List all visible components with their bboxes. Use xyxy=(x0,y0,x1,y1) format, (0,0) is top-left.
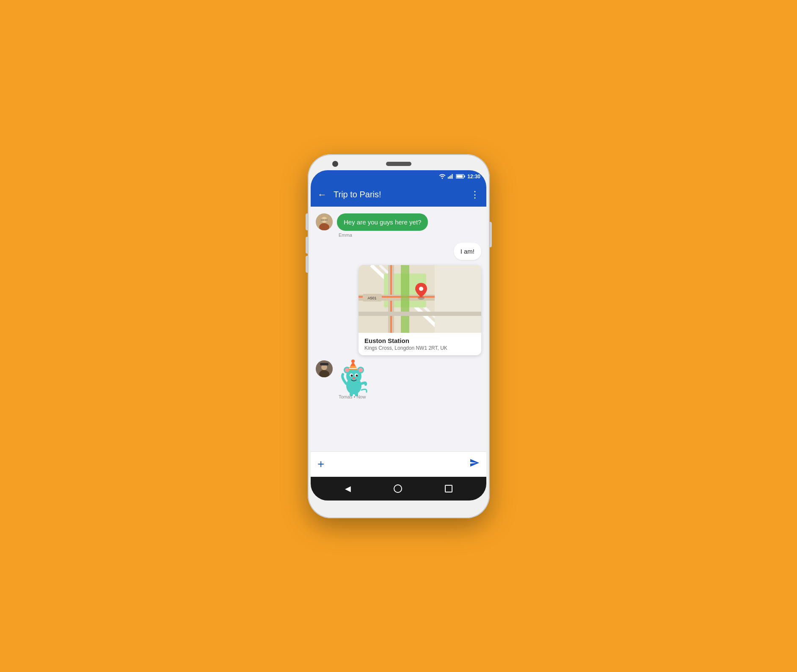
tomas-sticker xyxy=(337,360,371,394)
chat-area: Hey are you guys here yet? Emma I am! xyxy=(311,207,486,451)
more-options-button[interactable]: ⋮ xyxy=(470,189,480,200)
emma-message-content: Hey are you guys here yet? Emma xyxy=(337,213,428,238)
status-bar: 12:30 xyxy=(311,170,486,183)
battery-icon xyxy=(456,174,465,179)
conversation-title: Trip to Paris! xyxy=(334,190,470,199)
svg-rect-22 xyxy=(401,265,409,333)
svg-point-43 xyxy=(356,374,358,376)
nav-home-button[interactable] xyxy=(394,484,402,493)
svg-point-48 xyxy=(351,360,355,363)
send-button[interactable] xyxy=(469,458,480,470)
svg-point-42 xyxy=(351,374,353,376)
message-row-emma: Hey are you guys here yet? Emma xyxy=(316,213,481,238)
svg-rect-4 xyxy=(452,174,453,179)
emma-sender-label: Emma xyxy=(339,232,352,238)
tomas-name: Tomas xyxy=(339,394,352,399)
svg-text:A501: A501 xyxy=(367,296,376,300)
svg-rect-33 xyxy=(320,363,328,365)
message-row-iam: I am! xyxy=(316,243,481,260)
message-row-tomas: Tomas • Now xyxy=(316,360,481,399)
svg-rect-2 xyxy=(449,176,450,179)
emma-bubble: Hey are you guys here yet? xyxy=(337,213,428,231)
input-area: + xyxy=(311,451,486,477)
nav-recents-button[interactable] xyxy=(445,485,452,492)
message-input[interactable] xyxy=(329,456,469,472)
svg-rect-7 xyxy=(457,175,463,178)
location-card-row: A501 Euston Station Kings Cross, Longdon… xyxy=(316,265,481,355)
svg-point-28 xyxy=(419,287,423,291)
tomas-sticker-content: Tomas • Now xyxy=(337,360,371,399)
nav-back-button[interactable]: ◀ xyxy=(345,484,351,493)
phone-top-bar xyxy=(311,162,486,166)
tomas-timestamp: Now xyxy=(356,394,366,399)
back-button[interactable]: ← xyxy=(317,189,327,200)
svg-rect-6 xyxy=(464,175,465,177)
add-button[interactable]: + xyxy=(317,457,324,471)
svg-rect-24 xyxy=(359,312,481,316)
svg-rect-3 xyxy=(451,175,452,179)
status-icons: 12:30 xyxy=(439,174,480,180)
emma-message-text: Hey are you guys here yet? xyxy=(344,218,421,226)
location-address: Kings Cross, Longdon NW1 2RT, UK xyxy=(364,345,475,351)
svg-point-0 xyxy=(442,178,443,179)
svg-point-44 xyxy=(353,377,355,379)
time-display: 12:30 xyxy=(467,174,480,180)
svg-rect-1 xyxy=(448,177,449,179)
phone-frame: 12:30 ← Trip to Paris! ⋮ xyxy=(308,154,490,518)
wifi-icon xyxy=(439,174,446,179)
location-name: Euston Station xyxy=(364,337,475,344)
tomas-sender-label: Tomas • Now xyxy=(339,394,366,399)
app-bar: ← Trip to Paris! ⋮ xyxy=(311,183,486,207)
phone-screen: 12:30 ← Trip to Paris! ⋮ xyxy=(311,170,486,501)
iam-bubble: I am! xyxy=(454,243,481,260)
signal-icon xyxy=(448,174,454,179)
camera xyxy=(332,161,338,167)
location-info: Euston Station Kings Cross, Longdon NW1 … xyxy=(359,333,481,355)
map-container: A501 xyxy=(359,265,481,333)
android-nav-bar: ◀ xyxy=(311,477,486,501)
location-card[interactable]: A501 Euston Station Kings Cross, Longdon… xyxy=(359,265,481,355)
avatar-emma xyxy=(316,213,333,230)
svg-rect-23 xyxy=(435,265,481,333)
avatar-tomas xyxy=(316,360,333,377)
iam-message-text: I am! xyxy=(461,248,474,255)
speaker xyxy=(386,162,411,166)
svg-point-39 xyxy=(359,368,363,372)
